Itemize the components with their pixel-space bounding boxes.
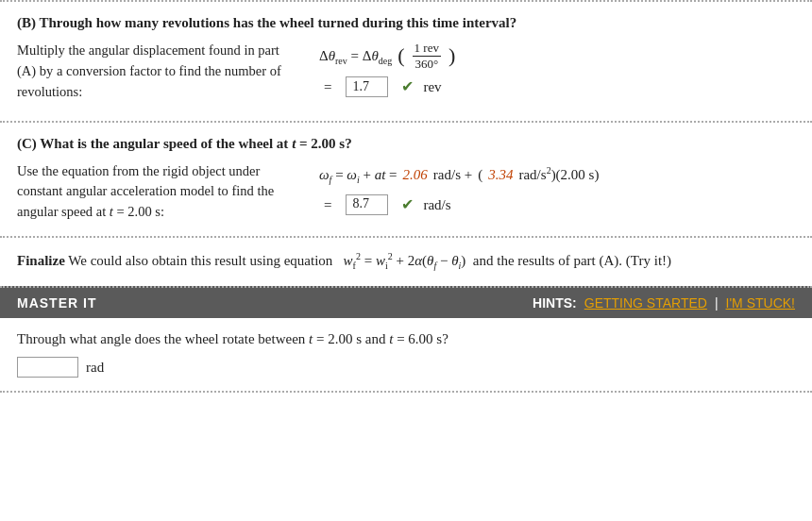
- master-it-bar: MASTER IT HINTS: GETTING STARTED | I'M S…: [0, 286, 812, 318]
- equals-c: =: [324, 192, 331, 219]
- bottom-question-text: Through what angle does the wheel rotate…: [17, 331, 795, 347]
- formula-c-line2: = 8.7 ✔ rad/s: [319, 191, 795, 219]
- finalize-equation: wf2 = wi2 + 2α(θf − θi): [344, 253, 470, 268]
- open-paren: (: [398, 45, 404, 66]
- fraction-1rev-360: 1 rev 360°: [413, 41, 441, 71]
- formula-b-line2: = 1.7 ✔ rev: [319, 73, 795, 101]
- formula-c-lhs: ωf = ωi + at =: [319, 161, 398, 189]
- section-c-formula: ωf = ωi + at = 2.06 rad/s + ( 3.34 rad/s…: [291, 161, 795, 221]
- getting-started-link[interactable]: GETTING STARTED: [584, 295, 707, 311]
- question-c: (C) What is the angular speed of the whe…: [17, 136, 795, 152]
- answer-c-box[interactable]: 8.7: [346, 194, 388, 215]
- section-b: (B) Through how many revolutions has the…: [0, 0, 812, 121]
- hints-area: HINTS: GETTING STARTED | I'M STUCK!: [533, 295, 795, 311]
- formula-b-line1: Δθrev = Δθdeg ( 1 rev 360° ): [319, 41, 795, 71]
- close-paren: ): [448, 45, 455, 66]
- finalize-label: Finalize: [17, 253, 65, 268]
- formula-b-lhs: Δθrev = Δθdeg: [319, 42, 392, 70]
- unit-rads1: rad/s +: [433, 161, 472, 189]
- finalize-section: Finalize We could also obtain this resul…: [0, 236, 812, 287]
- val-alpha: 3.34: [488, 161, 513, 189]
- hints-label: HINTS:: [533, 295, 577, 311]
- hints-divider: |: [715, 295, 719, 311]
- formula-c-line1: ωf = ωi + at = 2.06 rad/s + ( 3.34 rad/s…: [319, 161, 795, 189]
- master-it-label[interactable]: MASTER IT: [17, 295, 96, 311]
- im-stuck-link[interactable]: I'M STUCK!: [726, 295, 795, 311]
- bottom-section: Through what angle does the wheel rotate…: [0, 318, 812, 393]
- section-b-left-text: Multiply the angular displacement found …: [17, 41, 291, 102]
- section-b-formula: Δθrev = Δθdeg ( 1 rev 360° ) = 1.7 ✔ rev: [291, 41, 795, 104]
- section-c-content: Use the equation from the rigid object u…: [17, 161, 795, 223]
- open-paren-c: (: [478, 161, 482, 189]
- question-b: (B) Through how many revolutions has the…: [17, 15, 795, 31]
- val-omega-i: 2.06: [403, 161, 428, 189]
- section-c-left-text: Use the equation from the rigid object u…: [17, 161, 291, 223]
- unit-c-rads: rad/s: [423, 192, 450, 219]
- section-b-content: Multiply the angular displacement found …: [17, 41, 795, 104]
- bottom-unit: rad: [86, 360, 104, 376]
- unit-b-rev: rev: [423, 74, 441, 101]
- finalize-text: Finalize We could also obtain this resul…: [17, 249, 795, 274]
- answer-b-box[interactable]: 1.7: [346, 76, 388, 97]
- check-icon-c: ✔: [401, 191, 414, 219]
- equals-b: =: [324, 74, 331, 101]
- bottom-answer-input[interactable]: [17, 357, 78, 378]
- section-c: (C) What is the angular speed of the whe…: [0, 121, 812, 236]
- bottom-input-row: rad: [17, 357, 795, 378]
- check-icon-b: ✔: [401, 73, 414, 101]
- unit-rads2: rad/s2)(2.00 s): [518, 161, 599, 189]
